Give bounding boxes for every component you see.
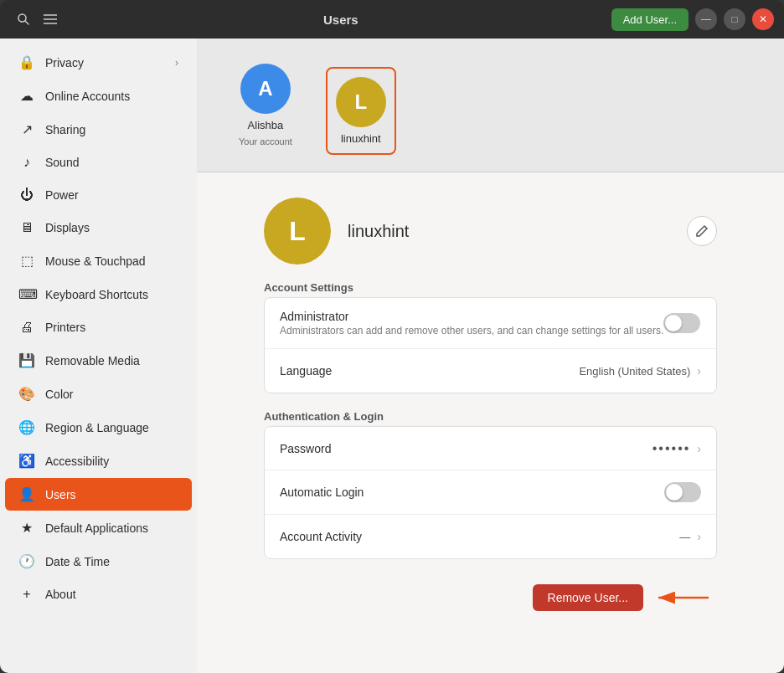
displays-icon: 🖥 bbox=[18, 220, 35, 235]
automatic-login-row: Automatic Login bbox=[265, 470, 716, 515]
remove-user-container: Remove User... bbox=[533, 584, 717, 611]
sidebar-item-mouse-touchpad[interactable]: ⬚ Mouse & Touchpad bbox=[5, 244, 192, 277]
sidebar-item-label: Sharing bbox=[45, 123, 85, 136]
profile-avatar: L bbox=[264, 198, 331, 265]
about-icon: + bbox=[18, 587, 35, 602]
administrator-info: Administrator Administrators can add and… bbox=[280, 310, 663, 336]
administrator-row: Administrator Administrators can add and… bbox=[265, 298, 716, 349]
minimize-button[interactable]: — bbox=[695, 8, 717, 30]
user-card-linuxhint[interactable]: L linuxhint bbox=[326, 67, 396, 155]
sidebar-item-label: Users bbox=[45, 488, 76, 501]
auth-login-section: Authentication & Login Password •••••• ›… bbox=[264, 410, 717, 559]
edit-profile-button[interactable] bbox=[687, 216, 717, 246]
sidebar-item-label: About bbox=[45, 588, 76, 601]
sidebar-item-label: Displays bbox=[45, 221, 90, 234]
datetime-icon: 🕐 bbox=[18, 553, 35, 569]
maximize-button[interactable]: □ bbox=[724, 8, 745, 30]
main-layout: 🔒 Privacy › ☁ Online Accounts ↗ Sharing … bbox=[0, 39, 784, 673]
sidebar-item-color[interactable]: 🎨 Color bbox=[5, 378, 192, 410]
profile-section: L linuxhint bbox=[264, 198, 717, 265]
password-chevron-icon: › bbox=[697, 442, 701, 455]
account-activity-value: — bbox=[679, 531, 690, 543]
add-user-button[interactable]: Add User... bbox=[611, 8, 689, 31]
password-label: Password bbox=[280, 442, 652, 455]
sidebar-item-online-accounts[interactable]: ☁ Online Accounts bbox=[5, 80, 192, 112]
sidebar-item-label: Color bbox=[45, 388, 73, 401]
administrator-toggle[interactable] bbox=[663, 313, 700, 333]
sidebar-item-accessibility[interactable]: ♿ Accessibility bbox=[5, 444, 192, 477]
language-label: Language bbox=[280, 364, 579, 378]
password-row[interactable]: Password •••••• › bbox=[265, 427, 716, 470]
sidebar-item-label: Default Applications bbox=[45, 521, 148, 535]
sharing-icon: ↗ bbox=[18, 121, 35, 137]
accessibility-icon: ♿ bbox=[18, 453, 35, 469]
language-value: English (United States) bbox=[579, 365, 690, 378]
account-activity-chevron-icon: › bbox=[697, 530, 701, 543]
color-icon: 🎨 bbox=[18, 386, 35, 402]
menu-icon[interactable] bbox=[37, 6, 64, 33]
region-icon: 🌐 bbox=[18, 419, 35, 435]
chevron-right-icon: › bbox=[175, 57, 178, 69]
linuxhint-name: linuxhint bbox=[341, 132, 381, 145]
search-button[interactable] bbox=[10, 6, 37, 33]
account-settings-section: Account Settings Administrator Administr… bbox=[264, 281, 717, 393]
users-icon: 👤 bbox=[18, 486, 35, 502]
sidebar-item-sound[interactable]: ♪ Sound bbox=[5, 146, 192, 178]
alishba-name: Alishba bbox=[248, 119, 284, 131]
close-button[interactable]: ✕ bbox=[752, 8, 774, 30]
account-settings-title: Account Settings bbox=[264, 281, 717, 294]
sidebar-item-label: Power bbox=[45, 188, 79, 202]
administrator-sub: Administrators can add and remove other … bbox=[280, 325, 663, 336]
sidebar-item-label: Region & Language bbox=[45, 421, 149, 434]
sidebar-item-displays[interactable]: 🖥 Displays bbox=[5, 212, 192, 244]
sidebar-item-label: Removable Media bbox=[45, 354, 140, 367]
mouse-icon: ⬚ bbox=[18, 253, 35, 269]
default-apps-icon: ★ bbox=[18, 520, 35, 536]
sidebar: 🔒 Privacy › ☁ Online Accounts ↗ Sharing … bbox=[0, 39, 197, 673]
sidebar-item-label: Keyboard Shortcuts bbox=[45, 288, 148, 301]
sidebar-item-date-time[interactable]: 🕐 Date & Time bbox=[5, 545, 192, 578]
power-icon: ⏻ bbox=[18, 188, 35, 203]
sidebar-item-region[interactable]: 🌐 Region & Language bbox=[5, 411, 192, 444]
sound-icon: ♪ bbox=[18, 155, 35, 170]
sidebar-item-removable-media[interactable]: 💾 Removable Media bbox=[5, 344, 192, 377]
sidebar-item-default-applications[interactable]: ★ Default Applications bbox=[5, 511, 192, 544]
profile-name: linuxhint bbox=[348, 222, 409, 241]
remove-user-button[interactable]: Remove User... bbox=[533, 584, 643, 611]
titlebar: Users Add User... — □ ✕ bbox=[0, 0, 784, 39]
content-body: L linuxhint Account Settings Admin bbox=[197, 172, 784, 645]
arrow-annotation-icon bbox=[650, 585, 717, 610]
automatic-login-label: Automatic Login bbox=[280, 485, 664, 499]
window-title: Users bbox=[70, 13, 611, 27]
automatic-login-toggle[interactable] bbox=[664, 482, 701, 502]
content-area: A Alishba Your account L linuxhint L lin… bbox=[197, 39, 784, 673]
sidebar-item-printers[interactable]: 🖨 Printers bbox=[5, 311, 192, 343]
sidebar-item-label: Date & Time bbox=[45, 555, 110, 568]
account-settings-group: Administrator Administrators can add and… bbox=[264, 297, 717, 393]
sidebar-item-power[interactable]: ⏻ Power bbox=[5, 179, 192, 211]
sidebar-item-label: Privacy bbox=[45, 56, 84, 69]
user-selector: A Alishba Your account L linuxhint bbox=[197, 39, 784, 172]
window-controls: Add User... — □ ✕ bbox=[611, 8, 774, 31]
settings-window: Users Add User... — □ ✕ 🔒 Privacy › ☁ On… bbox=[0, 0, 784, 673]
linuxhint-avatar: L bbox=[336, 77, 386, 127]
account-activity-row[interactable]: Account Activity — › bbox=[265, 515, 716, 558]
sidebar-item-label: Mouse & Touchpad bbox=[45, 254, 146, 268]
sidebar-item-label: Online Accounts bbox=[45, 90, 130, 103]
sidebar-item-privacy[interactable]: 🔒 Privacy › bbox=[5, 46, 192, 79]
sidebar-item-keyboard[interactable]: ⌨ Keyboard Shortcuts bbox=[5, 278, 192, 311]
privacy-icon: 🔒 bbox=[18, 54, 35, 70]
password-dots: •••••• bbox=[652, 441, 691, 456]
printers-icon: 🖨 bbox=[18, 320, 35, 335]
user-card-alishba[interactable]: A Alishba Your account bbox=[230, 55, 301, 155]
removable-media-icon: 💾 bbox=[18, 352, 35, 368]
auth-login-title: Authentication & Login bbox=[264, 410, 717, 423]
sidebar-item-about[interactable]: + About bbox=[5, 578, 192, 610]
sidebar-item-label: Accessibility bbox=[45, 455, 109, 468]
sidebar-item-sharing[interactable]: ↗ Sharing bbox=[5, 113, 192, 146]
language-row[interactable]: Language English (United States) › bbox=[265, 349, 716, 393]
svg-line-1 bbox=[25, 21, 28, 24]
sidebar-item-users[interactable]: 👤 Users bbox=[5, 478, 192, 511]
sidebar-item-label: Sound bbox=[45, 156, 79, 169]
auth-login-group: Password •••••• › Automatic Login Accoun… bbox=[264, 426, 717, 559]
